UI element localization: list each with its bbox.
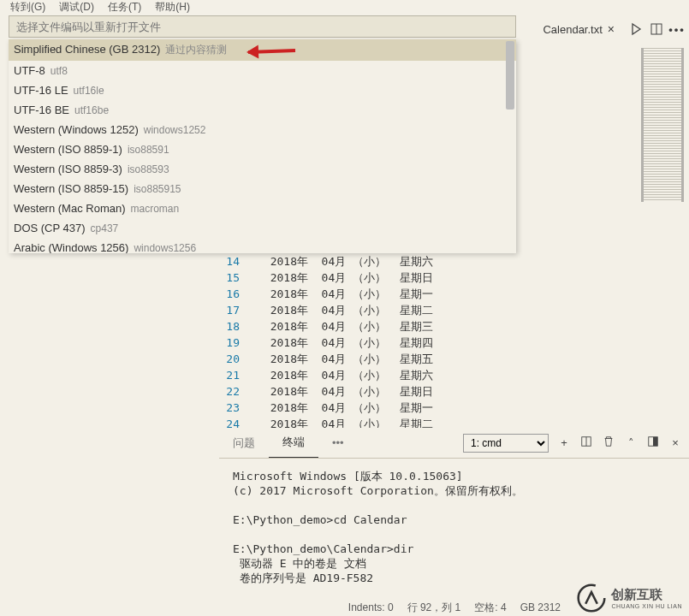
editor-line[interactable]: 20 2018年 04月 （小） 星期五 xyxy=(0,351,689,367)
line-number: 14 xyxy=(0,253,257,270)
tab-calendar-txt[interactable]: Calendar.txt × xyxy=(534,17,623,41)
terminal-select[interactable]: 1: cmd xyxy=(463,434,549,453)
status-spaces[interactable]: 空格: 4 xyxy=(474,601,506,615)
line-number: 17 xyxy=(0,302,257,318)
close-icon[interactable]: × xyxy=(608,22,615,36)
trash-icon[interactable] xyxy=(602,435,615,450)
line-number: 18 xyxy=(0,318,257,335)
chevron-up-icon[interactable]: ˄ xyxy=(624,436,638,449)
editor-line[interactable]: 14 2018年 04月 （小） 星期六 xyxy=(0,253,689,270)
line-text: 2018年 04月 （小） 星期一 xyxy=(257,286,433,302)
run-icon[interactable] xyxy=(628,21,644,37)
line-text: 2018年 04月 （小） 星期日 xyxy=(257,383,433,400)
line-text: 2018年 04月 （小） 星期一 xyxy=(257,400,433,416)
add-terminal-icon[interactable]: + xyxy=(557,436,571,449)
split-terminal-icon[interactable] xyxy=(579,435,593,450)
editor-line[interactable]: 16 2018年 04月 （小） 星期一 xyxy=(0,286,689,302)
status-indents[interactable]: Indents: 0 xyxy=(348,601,394,613)
logo-brand-cn: 创新互联 xyxy=(611,587,682,603)
editor-line[interactable]: 19 2018年 04月 （小） 星期四 xyxy=(0,335,689,351)
line-text: 2018年 04月 （小） 星期五 xyxy=(257,351,433,367)
line-text: 2018年 04月 （小） 星期四 xyxy=(257,335,433,351)
editor-line[interactable]: 24 2018年 04月 （小） 星期二 xyxy=(0,416,689,428)
line-number: 20 xyxy=(0,351,257,367)
tab-label: Calendar.txt xyxy=(543,23,602,36)
menu-tasks[interactable]: 任务(T) xyxy=(101,0,148,15)
status-line-col[interactable]: 行 92，列 1 xyxy=(407,601,461,615)
tab-problems[interactable]: 问题 xyxy=(219,429,269,458)
menu-bar: 转到(G) 调试(D) 任务(T) 帮助(H) xyxy=(0,0,689,15)
status-encoding[interactable]: GB 2312 xyxy=(520,601,561,613)
logo-brand-en: CHUANG XIN HU LIAN xyxy=(611,603,682,609)
editor-line[interactable]: 22 2018年 04月 （小） 星期日 xyxy=(0,383,689,400)
editor-line[interactable]: 23 2018年 04月 （小） 星期一 xyxy=(0,400,689,416)
menu-debug[interactable]: 调试(D) xyxy=(52,0,101,15)
editor-line[interactable]: 15 2018年 04月 （小） 星期日 xyxy=(0,270,689,286)
tab-terminal[interactable]: 终端 xyxy=(269,428,318,458)
watermark-logo: 创新互联 CHUANG XIN HU LIAN xyxy=(577,583,682,613)
editor-line[interactable]: 17 2018年 04月 （小） 星期二 xyxy=(0,302,689,318)
editor-line[interactable]: 18 2018年 04月 （小） 星期三 xyxy=(0,318,689,335)
minimap[interactable] xyxy=(641,48,684,202)
line-number: 16 xyxy=(0,286,257,302)
line-text: 2018年 04月 （小） 星期二 xyxy=(257,302,433,318)
line-text: 2018年 04月 （小） 星期三 xyxy=(257,318,433,335)
split-editor-icon[interactable] xyxy=(649,21,664,37)
line-number: 19 xyxy=(0,335,257,351)
line-number: 21 xyxy=(0,367,257,383)
menu-help[interactable]: 帮助(H) xyxy=(148,0,197,15)
maximize-panel-icon[interactable] xyxy=(646,435,660,450)
line-number: 15 xyxy=(0,270,257,286)
line-text: 2018年 04月 （小） 星期六 xyxy=(257,253,433,270)
logo-icon xyxy=(577,583,606,613)
line-number: 24 xyxy=(0,416,257,428)
editor-area[interactable]: 14 2018年 04月 （小） 星期六15 2018年 04月 （小） 星期日… xyxy=(0,48,689,428)
more-icon[interactable]: ••• xyxy=(669,21,685,37)
encoding-search-input[interactable] xyxy=(9,15,516,38)
editor-tab-bar: Calendar.txt × ••• xyxy=(534,17,685,41)
panel-tabs: 问题 终端 ••• 1: cmd + ˄ × xyxy=(219,428,689,459)
terminal-output[interactable]: Microsoft Windows [版本 10.0.15063] (c) 20… xyxy=(219,459,689,599)
editor-line[interactable]: 21 2018年 04月 （小） 星期六 xyxy=(0,367,689,383)
line-text: 2018年 04月 （小） 星期六 xyxy=(257,367,433,383)
svg-rect-5 xyxy=(653,437,657,447)
line-number: 22 xyxy=(0,383,257,400)
line-number: 23 xyxy=(0,400,257,416)
menu-goto[interactable]: 转到(G) xyxy=(3,0,52,15)
close-panel-icon[interactable]: × xyxy=(668,436,682,449)
tab-more[interactable]: ••• xyxy=(318,429,358,456)
line-text: 2018年 04月 （小） 星期日 xyxy=(257,270,433,286)
line-text: 2018年 04月 （小） 星期二 xyxy=(257,416,433,428)
svg-point-6 xyxy=(579,585,605,612)
